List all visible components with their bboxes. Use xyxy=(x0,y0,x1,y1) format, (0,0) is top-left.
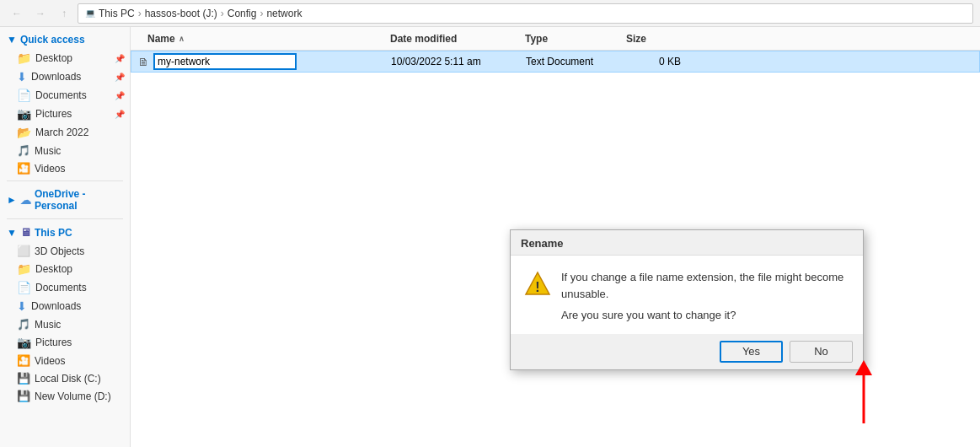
path-thispc: This PC xyxy=(99,8,135,19)
music-icon: 🎵 xyxy=(17,144,30,157)
sidebar-item-music2[interactable]: 🎵 Music xyxy=(0,315,130,333)
sidebar-item-desktop[interactable]: 📁 Desktop 📌 xyxy=(0,49,130,67)
file-txt-icon: 🗎 xyxy=(138,56,149,68)
dialog-title: Rename xyxy=(521,237,564,250)
sidebar-desktop2-label: Desktop xyxy=(35,263,72,275)
col-type-header[interactable]: Type xyxy=(518,33,619,45)
sidebar-item-documents[interactable]: 📄 Documents 📌 xyxy=(0,86,130,105)
col-date-header[interactable]: Date modified xyxy=(383,33,518,45)
onedrive-header[interactable]: ► ☁ OneDrive - Personal xyxy=(0,185,130,215)
thispc-arrow: ▼ xyxy=(7,227,17,239)
sidebar-item-downloads[interactable]: ⬇ Downloads 📌 xyxy=(0,67,130,86)
file-list-header: Name ∧ Date modified Type Size xyxy=(131,27,980,51)
sidebar-desktop-label: Desktop xyxy=(35,52,72,64)
file-size-value: 0 KB xyxy=(659,56,681,67)
sidebar-localc-label: Local Disk (C:) xyxy=(35,373,101,385)
sidebar-item-pictures2[interactable]: 📷 Pictures xyxy=(0,333,130,352)
sidebar-documents2-label: Documents xyxy=(35,282,87,294)
file-type-value: Text Document xyxy=(526,56,593,67)
address-path[interactable]: 💻 This PC › hassos-boot (J:) › Config › … xyxy=(78,3,973,24)
table-row[interactable]: 🗎 10/03/2022 5:11 am Text Document 0 KB xyxy=(131,51,980,73)
sidebar-downloads2-label: Downloads xyxy=(31,300,81,312)
file-name-cell: 🗎 xyxy=(131,53,384,70)
thispc-label: This PC xyxy=(35,227,72,239)
sidebar: ▼ Quick access 📁 Desktop 📌 ⬇ Downloads 📌… xyxy=(0,27,131,447)
video-icon-2: 🎦 xyxy=(17,354,30,367)
sidebar-divider-2 xyxy=(7,218,123,219)
main-area: ▼ Quick access 📁 Desktop 📌 ⬇ Downloads 📌… xyxy=(0,27,980,447)
sidebar-pictures2-label: Pictures xyxy=(35,337,72,348)
yes-button[interactable]: Yes xyxy=(720,341,783,363)
up-button[interactable]: ↑ xyxy=(54,3,74,24)
pin-icon-pictures: 📌 xyxy=(115,110,125,119)
pin-icon: 📌 xyxy=(115,54,125,63)
sidebar-march2022-label: March 2022 xyxy=(35,127,88,138)
dialog-title-bar: Rename xyxy=(511,230,863,256)
file-rename-input[interactable] xyxy=(153,53,297,70)
dialog-footer: Yes No xyxy=(511,334,863,369)
file-area: Name ∧ Date modified Type Size 🗎 10/03/2… xyxy=(131,27,980,447)
sidebar-item-march2022[interactable]: 📂 March 2022 xyxy=(0,123,130,142)
pin-icon-docs: 📌 xyxy=(115,91,125,100)
file-type-cell: Text Document xyxy=(519,56,620,67)
sidebar-item-videos[interactable]: 🎦 Videos xyxy=(0,159,130,177)
col-type-label: Type xyxy=(525,33,548,45)
sidebar-videos2-label: Videos xyxy=(35,355,65,367)
disk-c-icon: 💾 xyxy=(17,372,30,385)
music-icon-2: 🎵 xyxy=(17,318,30,331)
disk-d-icon: 💾 xyxy=(17,390,30,402)
address-bar: ← → ↑ 💻 This PC › hassos-boot (J:) › Con… xyxy=(0,0,980,27)
path-pc-icon: 💻 xyxy=(85,8,95,18)
file-size-cell: 0 KB xyxy=(620,56,688,67)
sidebar-item-newd[interactable]: 💾 New Volume (D:) xyxy=(0,387,130,405)
quick-access-label: Quick access xyxy=(20,34,85,46)
col-name-label: Name xyxy=(147,33,175,45)
folder-yellow-icon: 📂 xyxy=(17,126,31,139)
sidebar-item-documents2[interactable]: 📄 Documents xyxy=(0,278,130,297)
folder-blue-icon: 📁 xyxy=(17,51,31,65)
col-name-header[interactable]: Name ∧ xyxy=(131,33,383,45)
quick-access-arrow: ▼ xyxy=(7,34,17,46)
dialog-body: ! If you change a file name extension, t… xyxy=(511,256,863,334)
dialog-line1: If you change a file name extension, the… xyxy=(561,269,849,302)
file-date-cell: 10/03/2022 5:11 am xyxy=(384,56,519,67)
sidebar-music2-label: Music xyxy=(35,319,61,331)
sidebar-3dobjects-label: 3D Objects xyxy=(35,245,84,257)
sidebar-item-localc[interactable]: 💾 Local Disk (C:) xyxy=(0,369,130,387)
file-date-value: 10/03/2022 5:11 am xyxy=(391,56,481,67)
sort-arrow: ∧ xyxy=(179,35,185,43)
col-size-header[interactable]: Size xyxy=(619,33,687,45)
onedrive-label: OneDrive - Personal xyxy=(35,188,123,212)
sidebar-videos-label: Videos xyxy=(35,163,65,175)
sidebar-item-downloads2[interactable]: ⬇ Downloads xyxy=(0,297,130,315)
dialog-line2: Are you sure you want to change it? xyxy=(561,307,849,324)
col-size-label: Size xyxy=(626,33,646,45)
rename-dialog: Rename ! If you change a file name exten… xyxy=(510,229,864,370)
back-button[interactable]: ← xyxy=(7,3,27,24)
sidebar-downloads-label: Downloads xyxy=(31,71,81,83)
sidebar-item-videos2[interactable]: 🎦 Videos xyxy=(0,352,130,369)
no-button[interactable]: No xyxy=(790,341,853,363)
sidebar-item-music[interactable]: 🎵 Music xyxy=(0,142,130,159)
pictures-icon: 📷 xyxy=(17,107,31,121)
thispc-header[interactable]: ▼ 🖥 This PC xyxy=(0,223,130,242)
sidebar-item-3dobjects[interactable]: ⬜ 3D Objects xyxy=(0,242,130,260)
onedrive-arrow: ► xyxy=(7,194,17,206)
warning-icon: ! xyxy=(524,271,551,298)
dialog-text: If you change a file name extension, the… xyxy=(561,269,849,324)
sidebar-item-pictures[interactable]: 📷 Pictures 📌 xyxy=(0,105,130,123)
sidebar-item-desktop2[interactable]: 📁 Desktop xyxy=(0,260,130,278)
path-network: network xyxy=(266,8,302,19)
3d-icon: ⬜ xyxy=(17,245,30,257)
arrow-annotation xyxy=(838,360,889,428)
sidebar-documents-label: Documents xyxy=(35,89,87,101)
sidebar-music-label: Music xyxy=(35,145,61,157)
downloads-icon: ⬇ xyxy=(17,70,27,83)
sidebar-newd-label: New Volume (D:) xyxy=(35,390,111,402)
forward-button[interactable]: → xyxy=(30,3,51,24)
quick-access-header[interactable]: ▼ Quick access xyxy=(0,30,130,49)
path-config: Config xyxy=(228,8,257,19)
col-date-label: Date modified xyxy=(390,33,457,45)
sidebar-divider-1 xyxy=(7,180,123,181)
docs-icon: 📄 xyxy=(17,89,31,102)
